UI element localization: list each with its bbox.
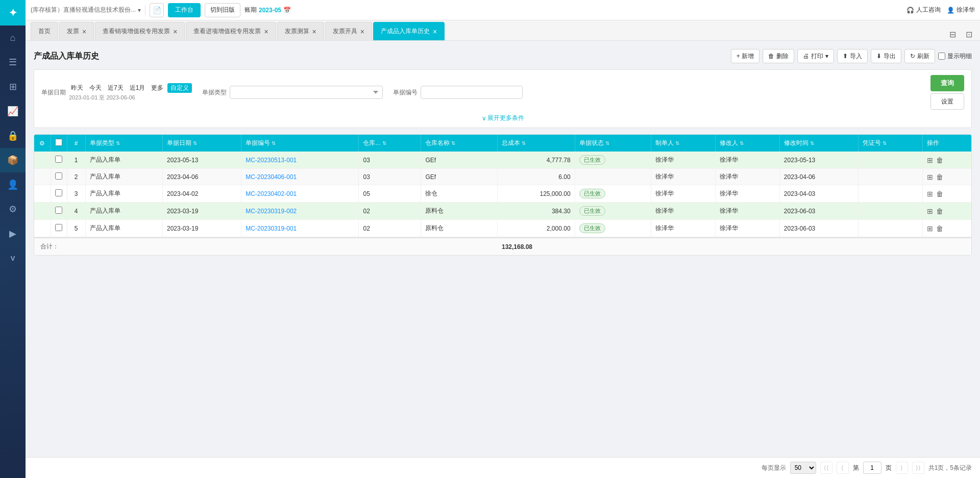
td-doc-status: 已生效 <box>575 185 651 203</box>
workbench-button[interactable]: 工作台 <box>168 3 201 17</box>
refresh-button[interactable]: ↻ 刷新 <box>904 49 935 63</box>
th-checkbox[interactable] <box>51 135 67 152</box>
filter-date-7days[interactable]: 近7天 <box>106 83 126 93</box>
edit-icon[interactable]: ⊞ <box>927 156 933 164</box>
th-doc-date[interactable]: 单据日期⇅ <box>162 135 241 152</box>
sidebar-item-settings[interactable]: ⚙ <box>0 197 26 221</box>
per-page-select[interactable]: 10 20 50 100 <box>790 462 816 474</box>
sidebar-item-people[interactable]: 👤 <box>0 172 26 197</box>
tab-product-inbound-history-close[interactable]: × <box>433 28 437 35</box>
edit-icon[interactable]: ⊞ <box>927 173 933 181</box>
filter-docnum-input[interactable] <box>421 86 523 99</box>
tab-view-sales-vat[interactable]: 查看销项增值税专用发票 × <box>95 22 185 40</box>
edit-icon[interactable]: ⊞ <box>927 224 933 233</box>
delete-row-icon[interactable]: 🗑 <box>936 224 943 233</box>
td-doc-num[interactable]: MC-20230513-001 <box>241 152 359 169</box>
th-doc-num-label: 单据编号 <box>246 139 270 147</box>
import-button[interactable]: ⬆ 导入 <box>837 49 868 63</box>
query-button[interactable]: 查询 <box>930 75 964 91</box>
calendar-icon[interactable]: 📅 <box>283 7 291 14</box>
doc-num-link[interactable]: MC-20230513-001 <box>246 157 297 164</box>
th-doc-type[interactable]: 单据类型⇅ <box>85 135 162 152</box>
print-button[interactable]: 🖨 打印 ▾ <box>797 49 834 63</box>
delete-button[interactable]: 🗑 删除 <box>763 49 794 63</box>
edit-icon[interactable]: ⊞ <box>927 190 933 198</box>
tab-product-inbound-history[interactable]: 产成品入库单历史 × <box>373 22 445 40</box>
new-button[interactable]: + 新增 <box>731 49 760 63</box>
th-voucher-num[interactable]: 凭证号⇅ <box>859 135 923 152</box>
doc-num-link[interactable]: MC-20230402-001 <box>246 190 297 197</box>
delete-row-icon[interactable]: 🗑 <box>936 190 943 198</box>
user-avatar-icon: 👤 <box>947 7 954 14</box>
th-modifier[interactable]: 修改人⇅ <box>715 135 779 152</box>
doc-num-link[interactable]: MC-20230406-001 <box>246 173 297 181</box>
app-logo[interactable]: ✦ <box>0 0 26 26</box>
tab-home[interactable]: 首页 <box>31 22 58 40</box>
td-doc-num[interactable]: MC-20230319-002 <box>241 203 359 220</box>
pag-page-input[interactable] <box>863 462 881 474</box>
filter-date-1month[interactable]: 近1月 <box>128 83 148 93</box>
td-doc-num[interactable]: MC-20230319-001 <box>241 220 359 237</box>
filter-date-yesterday[interactable]: 昨天 <box>69 83 85 93</box>
tab-maximize-button[interactable]: ⊡ <box>963 28 975 40</box>
sidebar-item-reports[interactable]: ⊞ <box>0 74 26 99</box>
support-button[interactable]: 🎧 人工咨询 <box>906 6 941 14</box>
row-checkbox-5[interactable] <box>55 224 62 231</box>
tab-invoice[interactable]: 发票 × <box>59 22 94 40</box>
th-warehouse-name[interactable]: 仓库名称⇅ <box>421 135 498 152</box>
show-detail-checkbox[interactable] <box>938 53 945 60</box>
delete-row-icon[interactable]: 🗑 <box>936 207 943 215</box>
td-doc-num[interactable]: MC-20230402-001 <box>241 185 359 203</box>
row-checkbox-4[interactable] <box>55 207 62 214</box>
pag-last-button[interactable]: ⟩⟩ <box>912 462 924 474</box>
switch-old-button[interactable]: 切到旧版 <box>205 3 240 17</box>
tab-invoice-calc[interactable]: 发票测算 × <box>277 22 324 40</box>
user-menu[interactable]: 👤 徐泽华 <box>947 6 975 14</box>
row-checkbox-3[interactable] <box>55 189 62 196</box>
sidebar-item-warehouse[interactable]: 📦 <box>0 148 26 172</box>
export-button[interactable]: ⬇ 导出 <box>871 49 901 63</box>
th-creator[interactable]: 制单人⇅ <box>651 135 716 152</box>
pag-first-button[interactable]: ⟨⟨ <box>820 462 832 474</box>
sidebar-item-documents[interactable]: ☰ <box>0 50 26 74</box>
tab-minimize-button[interactable]: ⊟ <box>946 28 959 40</box>
tab-view-purchase-vat-close[interactable]: × <box>264 28 268 35</box>
filter-doctype-select[interactable]: 产品入库单 <box>230 86 383 99</box>
delete-row-icon[interactable]: 🗑 <box>936 173 943 181</box>
select-all-checkbox[interactable] <box>55 139 62 146</box>
sidebar-item-home[interactable]: ⌂ <box>0 26 26 50</box>
filter-date-today[interactable]: 今天 <box>87 83 104 93</box>
tab-invoice-open[interactable]: 发票开具 × <box>325 22 372 40</box>
filter-date-custom[interactable]: 自定义 <box>167 83 192 93</box>
th-warehouse-code[interactable]: 仓库...⇅ <box>359 135 421 152</box>
tab-view-purchase-vat[interactable]: 查看进项增值税专用发票 × <box>186 22 276 40</box>
sidebar-item-analytics[interactable]: 📈 <box>0 99 26 123</box>
document-icon-btn[interactable]: 📄 <box>150 3 164 17</box>
doc-num-link[interactable]: MC-20230319-002 <box>246 208 297 215</box>
delete-row-icon[interactable]: 🗑 <box>936 156 943 164</box>
th-doc-status[interactable]: 单据状态⇅ <box>575 135 651 152</box>
th-total-cost[interactable]: 总成本⇅ <box>497 135 575 152</box>
sidebar-item-media[interactable]: ▶ <box>0 221 26 246</box>
edit-icon[interactable]: ⊞ <box>927 207 933 215</box>
th-doc-num[interactable]: 单据编号⇅ <box>241 135 359 152</box>
sidebar-item-version[interactable]: V <box>0 246 26 270</box>
tab-view-sales-vat-close[interactable]: × <box>173 28 177 35</box>
pag-prev-button[interactable]: ⟨ <box>837 462 849 474</box>
company-selector[interactable]: (库存核算）直播轻视通信息技术股份... ▾ <box>31 6 141 14</box>
tab-invoice-calc-close[interactable]: × <box>312 28 316 35</box>
sidebar-item-security[interactable]: 🔒 <box>0 123 26 148</box>
td-doc-num[interactable]: MC-20230406-001 <box>241 169 359 185</box>
row-checkbox-2[interactable] <box>55 172 62 180</box>
tab-invoice-close[interactable]: × <box>82 28 86 35</box>
filter-date-more[interactable]: 更多 <box>149 83 165 93</box>
row-checkbox-1[interactable] <box>55 156 62 163</box>
company-name: (库存核算）直播轻视通信息技术股份... <box>31 6 136 14</box>
th-settings[interactable]: ⚙ <box>34 135 51 152</box>
expand-filter-button[interactable]: ∨ 展开更多条件 <box>482 114 524 122</box>
tab-invoice-open-close[interactable]: × <box>360 28 364 35</box>
doc-num-link[interactable]: MC-20230319-001 <box>246 225 297 232</box>
pag-next-button[interactable]: ⟩ <box>896 462 908 474</box>
th-modify-time[interactable]: 修改时间⇅ <box>779 135 858 152</box>
set-button[interactable]: 设置 <box>930 93 964 110</box>
